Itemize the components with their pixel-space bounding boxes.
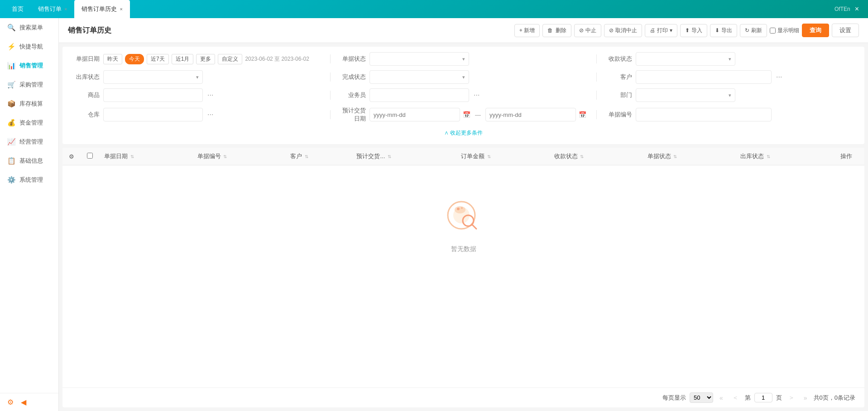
print-icon: 🖨 xyxy=(650,27,655,34)
last-page-button[interactable]: » xyxy=(801,393,810,402)
settings-button[interactable]: 设置 xyxy=(832,24,859,37)
date-more-btn[interactable]: 更多 xyxy=(196,54,215,64)
th-doc-date[interactable]: 单据日期 ⇅ xyxy=(99,148,192,165)
total-info: 共0页，0条记录 xyxy=(814,394,855,402)
department-select[interactable]: ▾ xyxy=(636,88,735,102)
sidebar-item-quick-nav[interactable]: ⚡ 快捷导航 xyxy=(0,37,58,56)
query-button[interactable]: 查询 xyxy=(802,24,829,37)
sidebar-item-sales-mgmt[interactable]: 📊 销售管理 xyxy=(0,56,58,75)
payment-status-select[interactable]: ▾ xyxy=(636,52,735,66)
select-all-checkbox[interactable] xyxy=(87,153,93,159)
pagination: 每页显示 50 10 20 100 « ＜ 第 页 ＞ » 共0页，0条记录 xyxy=(62,387,864,407)
tab-sales-order[interactable]: 销售订单 × xyxy=(31,0,74,18)
print-arrow-icon: ▾ xyxy=(670,27,672,34)
cancel-stop-button[interactable]: ⊘ 取消中止 xyxy=(604,24,642,37)
refresh-button[interactable]: ↻ 刷新 xyxy=(740,24,767,37)
calendar-to-icon[interactable]: 📅 xyxy=(579,111,586,118)
filter-section: 单据日期 昨天 今天 近7天 近1月 更多 自定义 2023-06-02 至 2… xyxy=(62,47,864,144)
tab-home[interactable]: 首页 xyxy=(5,0,31,18)
department-arrow-icon: ▾ xyxy=(729,92,731,98)
customer-input[interactable] xyxy=(636,70,772,84)
date-custom-btn[interactable]: 自定义 xyxy=(218,54,242,64)
date-yesterday-btn[interactable]: 昨天 xyxy=(103,54,122,64)
close-sales-order-tab[interactable]: × xyxy=(64,6,67,12)
goods-input[interactable] xyxy=(103,88,203,102)
window-close-button[interactable]: × xyxy=(855,5,859,13)
doc-status-label: 单据状态 xyxy=(338,55,369,63)
tab-sales-order-history[interactable]: 销售订单历史 × xyxy=(74,0,129,18)
date-today-btn[interactable]: 今天 xyxy=(125,54,144,64)
delivery-date-to[interactable] xyxy=(485,108,576,121)
sidebar-collapse-icon[interactable]: ◀ xyxy=(21,398,26,406)
import-button[interactable]: ⬆ 导入 xyxy=(680,24,707,37)
doc-status-arrow-icon: ▾ xyxy=(462,56,465,62)
goods-dots-btn[interactable]: ··· xyxy=(206,91,215,99)
collapse-row: ∧ 收起更多条件 xyxy=(72,127,855,139)
out-stock-select[interactable]: ▾ xyxy=(103,70,203,84)
payment-status-arrow-icon: ▾ xyxy=(729,56,731,62)
close-sales-order-history-tab[interactable]: × xyxy=(120,6,122,12)
salesperson-dots-btn[interactable]: ··· xyxy=(472,91,481,99)
th-gear[interactable]: ⚙ xyxy=(62,148,81,165)
page-size-label: 每页显示 xyxy=(662,394,686,402)
sidebar-item-finance[interactable]: 💰 资金管理 xyxy=(0,113,58,132)
table-header-row: ⚙ 单据日期 ⇅ 单据编号 ⇅ xyxy=(62,148,864,165)
doc-status-select[interactable]: ▾ xyxy=(369,52,469,66)
print-button[interactable]: 🖨 打印 ▾ xyxy=(645,24,677,37)
th-order-amount[interactable]: 订单金额 ⇅ xyxy=(456,148,549,165)
sidebar-item-search-menu[interactable]: 🔍 搜索菜单 xyxy=(0,18,58,37)
doc-number-input[interactable] xyxy=(636,108,772,121)
warehouse-input[interactable] xyxy=(103,108,203,121)
next-page-button[interactable]: ＞ xyxy=(786,393,797,403)
new-button[interactable]: + 新增 xyxy=(514,24,540,37)
page-size-select[interactable]: 50 10 20 100 xyxy=(690,392,713,403)
customer-dots-btn[interactable]: ··· xyxy=(774,73,784,81)
delivery-date-from[interactable] xyxy=(369,108,460,121)
sidebar-bottom: ⚙ ◀ xyxy=(0,393,58,411)
th-payment-status[interactable]: 收款状态 ⇅ xyxy=(549,148,642,165)
filter-divider-4 xyxy=(596,73,597,82)
payment-status-label: 收款状态 xyxy=(604,55,636,63)
th-customer[interactable]: 客户 ⇅ xyxy=(285,148,351,165)
sidebar: 🔍 搜索菜单 ⚡ 快捷导航 📊 销售管理 🛒 采购管理 📦 库存核算 💰 资金管… xyxy=(0,18,59,411)
goods-label: 商品 xyxy=(72,91,103,99)
svg-point-6 xyxy=(461,207,463,209)
sidebar-item-purchase-mgmt[interactable]: 🛒 采购管理 xyxy=(0,75,58,94)
export-button[interactable]: ⬇ 导出 xyxy=(710,24,737,37)
filter-divider-6 xyxy=(596,91,597,100)
th-out-stock-status[interactable]: 出库状态 ⇅ xyxy=(735,148,828,165)
empty-state-text: 暂无数据 xyxy=(451,245,476,253)
brand-text: OfTEn xyxy=(834,6,850,12)
filter-divider-1 xyxy=(330,54,331,63)
salesperson-input[interactable] xyxy=(369,88,469,102)
warehouse-dots-btn[interactable]: ··· xyxy=(206,111,215,119)
sidebar-item-operations[interactable]: 📈 经营管理 xyxy=(0,132,58,151)
stop-button[interactable]: ⊘ 中止 xyxy=(574,24,601,37)
show-details-checkbox-label[interactable]: 显示明细 xyxy=(770,27,799,34)
date-last7days-btn[interactable]: 近7天 xyxy=(147,54,169,64)
filter-row-4: 仓库 ··· 预计交货日期 📅 — 📅 单据编号 xyxy=(72,106,855,123)
complete-status-select[interactable]: ▾ xyxy=(369,70,469,84)
sidebar-item-base-info[interactable]: 📋 基础信息 xyxy=(0,151,58,170)
first-page-button[interactable]: « xyxy=(717,393,726,402)
doc-status-sort-icon: ⇅ xyxy=(673,154,677,159)
calendar-from-icon[interactable]: 📅 xyxy=(463,111,470,118)
delete-button[interactable]: 🗑 删除 xyxy=(542,24,571,37)
sidebar-item-inventory[interactable]: 📦 库存核算 xyxy=(0,94,58,113)
expected-delivery-control: 📅 — 📅 xyxy=(369,108,589,121)
th-doc-number[interactable]: 单据编号 ⇅ xyxy=(192,148,285,165)
prev-page-button[interactable]: ＜ xyxy=(729,393,741,403)
content-area: 销售订单历史 + 新增 🗑 删除 ⊘ 中止 ⊘ 取消中止 🖨 xyxy=(59,18,868,411)
th-expected-delivery[interactable]: 预计交货... ⇅ xyxy=(351,148,456,165)
data-table: ⚙ 单据日期 ⇅ 单据编号 ⇅ xyxy=(62,148,864,165)
sidebar-item-sys-mgmt[interactable]: ⚙️ 系统管理 xyxy=(0,170,58,189)
page-unit: 页 xyxy=(776,394,782,402)
date-last1month-btn[interactable]: 近1月 xyxy=(172,54,194,64)
page-number-input[interactable] xyxy=(754,393,772,402)
doc-number-control xyxy=(636,108,855,121)
show-details-checkbox[interactable] xyxy=(770,28,776,34)
svg-line-3 xyxy=(472,224,476,229)
th-doc-status[interactable]: 单据状态 ⇅ xyxy=(642,148,735,165)
sidebar-settings-icon[interactable]: ⚙ xyxy=(7,398,14,406)
collapse-button[interactable]: ∧ 收起更多条件 xyxy=(444,127,483,139)
